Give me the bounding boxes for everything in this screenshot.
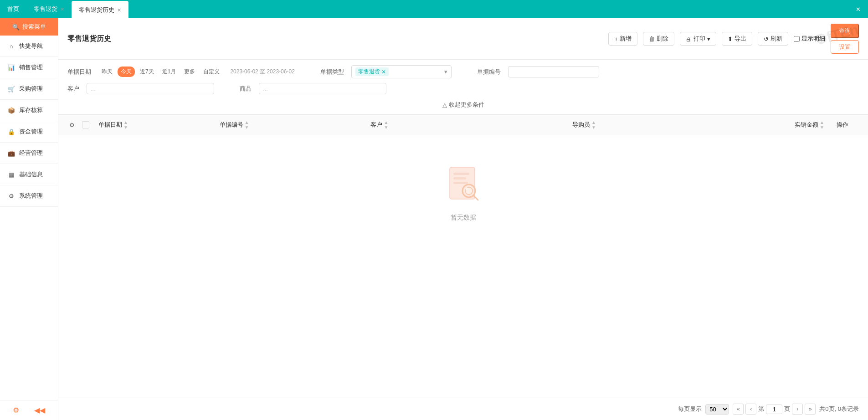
tab-retail-return-history-close[interactable]: ✕ xyxy=(117,7,121,13)
sidebar-item-quick-nav[interactable]: ⌂ 快捷导航 xyxy=(0,36,58,57)
th-guide-sort: ▲▼ xyxy=(591,120,596,130)
col-settings: ⚙ xyxy=(66,118,82,131)
th-action: 操作 xyxy=(824,121,861,129)
tab-retail-return-history-label: 零售退货历史 xyxy=(79,6,114,14)
date-more[interactable]: 更多 xyxy=(181,67,198,77)
th-amount[interactable]: 实销金额 ▲▼ xyxy=(724,120,824,130)
page-input[interactable] xyxy=(766,405,782,414)
table-header: ⚙ 单据日期 ▲▼ 单据编号 ▲▼ 客户 ▲▼ 导购员 xyxy=(58,115,868,135)
collapse-row: △ 收起更多条件 xyxy=(67,99,859,109)
empty-text: 暂无数据 xyxy=(451,214,476,222)
export-button[interactable]: ⬆ 导出 xyxy=(722,32,752,46)
filter-row-1: 单据日期 昨天 今天 近7天 近1月 更多 自定义 2023-06-02 至 2… xyxy=(67,65,859,78)
sidebar-item-finance-mgmt[interactable]: 🔒 资金管理 xyxy=(0,121,58,143)
page-nav: « ‹ 第 页 › » xyxy=(733,404,816,415)
header-actions: + 新增 🗑 删除 🖨 打印 ▾ ⬆ 导出 ↺ 刷 xyxy=(608,24,859,54)
sidebar-item-inventory-check[interactable]: 📦 库存核算 xyxy=(0,100,58,121)
th-bill-no[interactable]: 单据编号 ▲▼ xyxy=(220,120,371,130)
tab-retail-return-history[interactable]: 零售退货历史 ✕ xyxy=(72,1,128,19)
show-detail-label[interactable]: 显示明细 xyxy=(794,35,825,43)
settings-icon: ⚙ xyxy=(7,192,15,200)
tab-retail-return-close[interactable]: ✕ xyxy=(60,6,64,12)
th-action-label: 操作 xyxy=(837,121,848,129)
export-label: 导出 xyxy=(734,35,746,43)
svg-point-7 xyxy=(465,188,467,190)
th-bill-date[interactable]: 单据日期 ▲▼ xyxy=(98,120,220,130)
empty-state: 暂无数据 xyxy=(58,135,868,249)
page-info: 第 页 xyxy=(758,405,790,414)
new-button[interactable]: + 新增 xyxy=(608,32,637,46)
page-size-select[interactable]: 20 50 100 xyxy=(705,404,729,415)
th-customer[interactable]: 客户 ▲▼ xyxy=(370,120,572,130)
goods-select[interactable]: ... xyxy=(259,83,386,94)
date-1month[interactable]: 近1月 xyxy=(159,67,180,77)
customer-select[interactable]: ... xyxy=(87,83,214,94)
print-button[interactable]: 🖨 打印 ▾ xyxy=(680,32,716,46)
sidebar-item-quick-nav-label: 快捷导航 xyxy=(19,42,43,50)
refresh-icon: ↺ xyxy=(764,36,769,42)
filter-row-2: 客户 ... 商品 ... xyxy=(67,83,859,94)
date-today[interactable]: 今天 xyxy=(118,67,135,77)
collapse-text: 收起更多条件 xyxy=(449,101,484,109)
col-checkbox-header xyxy=(82,121,98,128)
query-button[interactable]: 查询 xyxy=(831,24,859,38)
tab-retail-return-label: 零售退货 xyxy=(34,5,57,13)
filter-area: 单据日期 昨天 今天 近7天 近1月 更多 自定义 2023-06-02 至 2… xyxy=(58,60,868,115)
delete-button[interactable]: 🗑 删除 xyxy=(643,32,674,46)
sidebar-item-sales-mgmt[interactable]: 📊 销售管理 xyxy=(0,57,58,78)
page-next-btn[interactable]: › xyxy=(792,404,803,415)
th-guide[interactable]: 导购员 ▲▼ xyxy=(572,120,724,130)
sidebar-item-sales-label: 销售管理 xyxy=(19,63,43,72)
page-prev-btn[interactable]: ‹ xyxy=(745,404,756,415)
lock-icon: 🔒 xyxy=(7,128,15,136)
date-7days[interactable]: 近7天 xyxy=(137,67,157,77)
sidebar-item-finance-label: 资金管理 xyxy=(19,128,43,136)
date-shortcuts: 昨天 今天 近7天 近1月 更多 自定义 xyxy=(98,67,223,77)
chart-icon: 📊 xyxy=(7,63,15,72)
refresh-button[interactable]: ↺ 刷新 xyxy=(758,32,788,46)
sidebar-item-system-mgmt[interactable]: ⚙ 系统管理 xyxy=(0,185,58,207)
tab-retail-return[interactable]: 零售退货 ✕ xyxy=(26,0,72,18)
sidebar-item-system-label: 系统管理 xyxy=(19,192,43,200)
home-icon: ⌂ xyxy=(7,42,15,50)
sidebar-settings-btn[interactable]: ⚙ xyxy=(13,406,19,415)
select-all-checkbox[interactable] xyxy=(82,121,89,128)
sidebar-item-business-mgmt[interactable]: 💼 经营管理 xyxy=(0,143,58,164)
column-settings-icon[interactable]: ⚙ xyxy=(66,118,78,131)
page-header: 零售退货历史 + 新增 🗑 删除 🖨 打印 ▾ ⬆ 导出 xyxy=(58,18,868,60)
page-title: 零售退货历史 xyxy=(67,34,111,44)
collapse-button[interactable]: △ 收起更多条件 xyxy=(442,101,484,109)
show-detail-checkbox[interactable] xyxy=(794,36,800,42)
bill-no-input[interactable] xyxy=(508,66,599,77)
settings-button[interactable]: 设置 xyxy=(831,40,859,54)
sidebar-item-basic-info[interactable]: ▦ 基础信息 xyxy=(0,164,58,185)
bill-type-select[interactable]: 零售退货 ✕ ▾ xyxy=(351,65,452,78)
search-menu[interactable]: 🔍 搜索菜单 xyxy=(0,18,58,36)
th-amount-sort: ▲▼ xyxy=(820,120,824,130)
date-yesterday[interactable]: 昨天 xyxy=(98,67,116,77)
sidebar-audio-btn[interactable]: ◀◀ xyxy=(34,406,45,415)
sidebar-bottom: ⚙ ◀◀ xyxy=(0,400,58,420)
bill-type-tag-remove[interactable]: ✕ xyxy=(381,69,386,75)
date-custom[interactable]: 自定义 xyxy=(200,67,223,77)
print-icon: 🖨 xyxy=(686,36,692,42)
window-close[interactable]: ✕ xyxy=(856,6,868,13)
main-layout: 🔍 搜索菜单 ⌂ 快捷导航 📊 销售管理 🛒 采购管理 📦 库存核算 🔒 资金管… xyxy=(0,18,868,420)
print-dropdown-icon: ▾ xyxy=(707,36,710,42)
delete-icon: 🗑 xyxy=(649,36,655,42)
th-customer-label: 客户 xyxy=(370,121,382,129)
tab-home[interactable]: 首页 xyxy=(0,0,26,18)
page-last-btn[interactable]: » xyxy=(805,404,816,415)
refresh-label: 刷新 xyxy=(770,35,782,43)
sidebar-item-purchase-mgmt[interactable]: 🛒 采购管理 xyxy=(0,78,58,100)
top-bar: 首页 零售退货 ✕ 零售退货历史 ✕ ✕ xyxy=(0,0,868,18)
sidebar-item-inventory-label: 库存核算 xyxy=(19,106,43,114)
empty-svg xyxy=(441,163,486,208)
goods-label: 商品 xyxy=(240,85,252,93)
customer-label: 客户 xyxy=(67,85,79,93)
content-area: 零售退货历史 + 新增 🗑 删除 🖨 打印 ▾ ⬆ 导出 xyxy=(58,18,868,420)
grid-icon: ▦ xyxy=(7,170,15,179)
sidebar-item-business-label: 经营管理 xyxy=(19,149,43,157)
svg-rect-3 xyxy=(453,182,468,184)
page-first-btn[interactable]: « xyxy=(733,404,744,415)
